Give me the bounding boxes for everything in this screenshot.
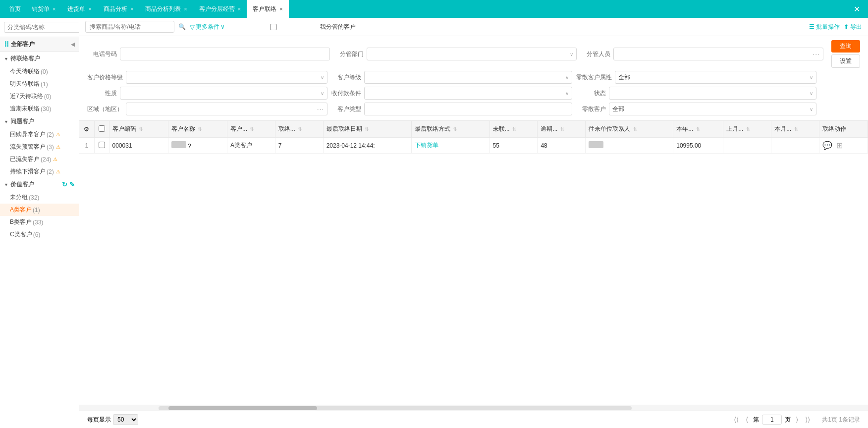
col-customer-name[interactable]: 客户名称 ⇅: [168, 121, 227, 138]
close-sales-order[interactable]: ×: [53, 6, 55, 12]
sidebar-search-input[interactable]: [4, 22, 79, 33]
price-grade-input[interactable]: ∨: [126, 71, 327, 84]
next-page-btn[interactable]: ⟩: [794, 416, 800, 424]
manager-dots-icon: ···: [813, 50, 820, 58]
payment-terms-chevron-icon: ∨: [565, 91, 569, 96]
dept-input[interactable]: ∨: [367, 48, 577, 60]
scrollbar-thumb[interactable]: [168, 406, 317, 410]
sort-icon-contacts: ⇅: [633, 126, 637, 132]
value-customers-group[interactable]: ▼ 价值客户 ↻ ✎: [0, 178, 79, 191]
sidebar-item-a-customers[interactable]: A类客户 (1): [0, 204, 79, 216]
close-window-btn[interactable]: ✕: [850, 4, 864, 14]
chat-icon[interactable]: 💬: [822, 141, 832, 150]
sidebar-item-b-customers[interactable]: B类客户 (33): [0, 216, 79, 228]
col-current-month[interactable]: 本月... ⇅: [771, 121, 819, 138]
export-btn[interactable]: ⬆ 导出: [844, 23, 862, 31]
col-last-contact-date[interactable]: 最后联络日期 ⇅: [323, 121, 411, 138]
problem-customers-group[interactable]: ▼ 问题客户: [0, 115, 79, 128]
retail-attr-input[interactable]: 全部 ∨: [615, 71, 816, 84]
sidebar-item-ungrouped[interactable]: 未分组 (32): [0, 191, 79, 204]
row-last-month: [723, 138, 771, 154]
customer-grade-input[interactable]: ∨: [364, 71, 572, 84]
top-navigation: 首页 销货单 × 进货单 × 商品分析 × 商品分析列表 × 客户分层经营 × …: [0, 0, 868, 18]
all-customers-header[interactable]: ⠿ 全部客户 ◀: [0, 37, 79, 52]
batch-operation-btn[interactable]: ☰ 批量操作: [809, 23, 840, 31]
my-customers-filter[interactable]: 我分管的客户: [229, 23, 356, 31]
col-contacts[interactable]: 往来单位联系人 ⇅: [586, 121, 673, 138]
col-customer-type[interactable]: 客户... ⇅: [227, 121, 275, 138]
refresh-icon[interactable]: ↻: [62, 181, 67, 188]
last-page-btn[interactable]: ⟩⟩: [803, 416, 812, 424]
page-input[interactable]: [762, 415, 782, 425]
nav-customer-contact[interactable]: 客户联络 ×: [247, 0, 288, 18]
col-overdue[interactable]: 逾期... ⇅: [538, 121, 586, 138]
nav-sales-order[interactable]: 销货单 ×: [26, 0, 61, 18]
col-uncontacted[interactable]: 未联... ⇅: [489, 121, 538, 138]
nav-purchase-order[interactable]: 进货单 ×: [61, 0, 97, 18]
col-customer-code[interactable]: 客户编码 ⇅: [109, 121, 168, 138]
col-current-year[interactable]: 本年... ⇅: [673, 121, 723, 138]
sort-icon-type: ⇅: [250, 126, 254, 132]
nav-customer-segment[interactable]: 客户分层经营 ×: [193, 0, 247, 18]
customer-type-input[interactable]: [364, 103, 572, 115]
nature-input[interactable]: ∨: [120, 87, 327, 100]
sidebar-item-today-contact[interactable]: 今天待联络 (0): [0, 65, 79, 78]
sidebar-item-tomorrow-contact[interactable]: 明天待联络 (1): [0, 78, 79, 90]
horizontal-scrollbar[interactable]: [79, 405, 868, 411]
sidebar-item-c-customers[interactable]: C类客户 (6): [0, 228, 79, 241]
row-contact-count: 7: [275, 138, 323, 154]
sidebar-item-churn-warning[interactable]: 流失预警客户 (3) ⚠: [0, 141, 79, 153]
manager-input[interactable]: ···: [613, 48, 823, 60]
row-overdue: 48: [538, 138, 586, 154]
col-contact-count[interactable]: 联络... ⇅: [275, 121, 323, 138]
sidebar-item-7days-contact[interactable]: 近7天待联络 (0): [0, 90, 79, 103]
edit-group-icon[interactable]: ✎: [69, 181, 75, 188]
table-header-row: ⚙ 客户编码 ⇅ 客户名称 ⇅ 客户...: [79, 121, 868, 138]
select-all-checkbox[interactable]: [99, 125, 105, 132]
status-chevron-icon: ∨: [810, 91, 813, 96]
payment-terms-input[interactable]: ∨: [364, 87, 572, 100]
first-page-btn[interactable]: ⟨⟨: [732, 416, 741, 424]
customer-grade-chevron-icon: ∨: [565, 75, 569, 80]
retail-customer-chevron-icon: ∨: [810, 107, 813, 112]
close-product-analysis[interactable]: ×: [130, 6, 133, 12]
problem-customers-arrow: ▼: [4, 119, 8, 124]
pending-contact-group[interactable]: ▼ 待联络客户: [0, 52, 79, 65]
close-customer-segment[interactable]: ×: [238, 6, 241, 12]
grid-icon: ⠿: [4, 41, 9, 49]
row-checkbox[interactable]: [99, 142, 105, 148]
col-gear[interactable]: ⚙: [79, 121, 94, 138]
sidebar-item-churned[interactable]: 已流失客户 (24) ⚠: [0, 153, 79, 165]
settings-button[interactable]: 设置: [831, 54, 860, 68]
col-last-contact-method[interactable]: 最后联络方式 ⇅: [411, 121, 489, 138]
warn-icon-declining: ⚠: [56, 169, 60, 174]
status-input[interactable]: ∨: [609, 87, 816, 100]
per-page-select[interactable]: 50 100 200: [113, 414, 138, 425]
customers-table: ⚙ 客户编码 ⇅ 客户名称 ⇅ 客户...: [79, 121, 868, 154]
search-input[interactable]: [85, 21, 174, 33]
phone-input[interactable]: [120, 48, 330, 60]
sidebar-item-declining[interactable]: 持续下滑客户 (2) ⚠: [0, 165, 79, 178]
sidebar-item-overdue-contact[interactable]: 逾期未联络 (30): [0, 103, 79, 115]
region-input[interactable]: ···: [126, 103, 327, 115]
query-button[interactable]: 查询: [831, 40, 860, 53]
more-filters-btn[interactable]: ▽ 更多条件 ∨: [190, 23, 225, 31]
nav-product-analysis[interactable]: 商品分析 ×: [98, 0, 139, 18]
sidebar-item-repurchase-abnormal[interactable]: 回购异常客户 (2) ⚠: [0, 128, 79, 141]
col-last-month[interactable]: 上月... ⇅: [723, 121, 771, 138]
sort-icon-last-date: ⇅: [365, 126, 369, 132]
my-customers-checkbox[interactable]: [229, 24, 318, 30]
filter-row-4: 区域（地区） ··· 客户类型 零散客户 全部 ∨: [87, 103, 860, 115]
funnel-icon: ▽: [190, 23, 195, 31]
close-purchase-order[interactable]: ×: [88, 6, 91, 12]
nav-product-analysis-list[interactable]: 商品分析列表 ×: [139, 0, 193, 18]
close-product-analysis-list[interactable]: ×: [184, 6, 187, 12]
qr-icon[interactable]: ⊞: [836, 141, 843, 150]
retail-customer-input[interactable]: 全部 ∨: [609, 103, 816, 115]
close-customer-contact[interactable]: ×: [279, 6, 282, 12]
prev-page-btn[interactable]: ⟨: [744, 416, 750, 424]
warn-icon-churned: ⚠: [53, 157, 57, 162]
contact-method-link[interactable]: 下销货单: [415, 142, 438, 149]
nav-home[interactable]: 首页: [4, 0, 26, 18]
filter-search-icon[interactable]: 🔍: [178, 23, 186, 30]
